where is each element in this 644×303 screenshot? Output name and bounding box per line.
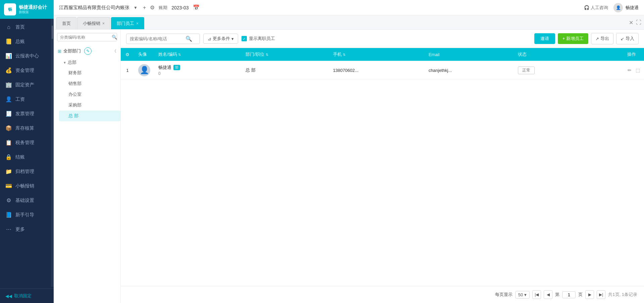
sidebar-item-more[interactable]: ⋯ 更多 bbox=[0, 222, 54, 236]
dept-collapse-button[interactable]: 《 bbox=[112, 48, 116, 54]
tab-expense-label: 小畅报销 bbox=[83, 20, 100, 27]
employee-search-icon[interactable]: 🔍 bbox=[185, 36, 192, 42]
tab-expense[interactable]: 小畅报销 × bbox=[77, 17, 110, 29]
sidebar-item-settings[interactable]: ⚙ 基础设置 bbox=[0, 193, 54, 208]
dept-item-finance[interactable]: 财务部 bbox=[59, 68, 120, 78]
sidebar-item-salary[interactable]: 👤 工资 bbox=[0, 92, 54, 106]
col-action: 操作 bbox=[585, 48, 644, 61]
main-area: 江西服宝精品有限责任公司内账张 ▼ + ⚙ 账期 2023-03 📅 🎧 人工咨… bbox=[54, 0, 644, 303]
tab-home[interactable]: 首页 bbox=[56, 17, 76, 29]
sidebar-item-close[interactable]: 🔒 结账 bbox=[0, 150, 54, 164]
tab-close-all-button[interactable]: ✕ bbox=[629, 19, 633, 26]
show-resigned-checkbox[interactable]: ✓ bbox=[241, 36, 247, 41]
prev-page-button[interactable]: ◀ bbox=[544, 290, 552, 299]
export-button[interactable]: ↗ 导出 bbox=[591, 33, 613, 44]
last-page-button[interactable]: ▶| bbox=[597, 290, 605, 299]
row-actions: ✏ ⬚ bbox=[585, 61, 644, 80]
company-dropdown-icon[interactable]: ▼ bbox=[133, 5, 138, 10]
row-avatar: 👤 bbox=[134, 61, 154, 80]
sidebar-item-label: 税务管理 bbox=[15, 140, 34, 146]
close-month-icon: 🔒 bbox=[5, 154, 12, 160]
employee-search-box[interactable]: 🔍 bbox=[126, 34, 200, 44]
filter-label: 更多条件 bbox=[213, 36, 230, 42]
page-input-field[interactable] bbox=[565, 292, 573, 297]
col-gear[interactable]: ⚙ bbox=[121, 48, 134, 61]
col-dept-position[interactable]: 部门/职位 ⇅ bbox=[241, 48, 329, 61]
sidebar-item-invoice[interactable]: 🧾 发票管理 bbox=[0, 106, 54, 121]
sidebar-item-guide[interactable]: 📘 新手引导 bbox=[0, 208, 54, 222]
sidebar-item-inventory[interactable]: 📦 库存核算 bbox=[0, 121, 54, 135]
right-panel: 🔍 ⊿ 更多条件 ▾ ✓ 显示离职员工 邀请 + 新增员工 ↗ 导出 bbox=[121, 30, 644, 303]
dept-search-input[interactable] bbox=[60, 35, 110, 40]
col-mobile[interactable]: 手机 ⇅ bbox=[329, 48, 425, 61]
tab-expense-close[interactable]: × bbox=[102, 21, 105, 26]
page-number-input[interactable] bbox=[562, 291, 576, 298]
settings-icon: ⚙ bbox=[5, 197, 12, 204]
sidebar-item-expense[interactable]: 💳 小畅报销 bbox=[0, 179, 54, 193]
logo-subtitle: 旗舰版 bbox=[19, 10, 47, 14]
export-icon: ↗ bbox=[595, 36, 599, 41]
filter-button[interactable]: ⊿ 更多条件 ▾ bbox=[203, 34, 238, 44]
per-page-label: 每页显示 bbox=[495, 292, 513, 298]
logo-icon: 畅 bbox=[4, 3, 16, 15]
show-resigned-toggle[interactable]: ✓ 显示离职员工 bbox=[241, 36, 275, 42]
add-company-button[interactable]: + bbox=[143, 5, 146, 11]
calendar-icon[interactable]: 📅 bbox=[193, 4, 200, 11]
row-index: 1 bbox=[121, 61, 134, 80]
headset-icon: 🎧 bbox=[584, 5, 589, 10]
sidebar-scrollbar[interactable] bbox=[51, 19, 54, 287]
next-page-button[interactable]: ▶ bbox=[585, 290, 594, 299]
employee-table-wrapper: ⚙ 头像 姓名/编码 ⇅ 部门/职位 ⇅ 手机 bbox=[121, 48, 644, 286]
dept-edit-button[interactable]: ✎ bbox=[84, 47, 92, 55]
invite-button[interactable]: 邀请 bbox=[534, 33, 555, 44]
dept-all-button[interactable]: ⊞ 全部部门 ✎ 《 bbox=[54, 45, 120, 57]
sort-mobile-icon: ⇅ bbox=[343, 53, 345, 56]
salary-icon: 👤 bbox=[5, 96, 12, 102]
home-icon: ⌂ bbox=[5, 24, 12, 30]
settings-button[interactable]: ⚙ bbox=[150, 4, 155, 11]
sidebar-item-reports[interactable]: 📊 云报表中心 bbox=[0, 49, 54, 63]
logout-employee-button[interactable]: ⬚ bbox=[636, 68, 640, 73]
import-button[interactable]: ↙ 导入 bbox=[616, 33, 639, 44]
dept-item-purchase[interactable]: 采购部 bbox=[59, 100, 120, 111]
tab-bar-controls: ✕ ⛶ bbox=[629, 19, 641, 26]
more-icon: ⋯ bbox=[5, 226, 12, 232]
support-label: 人工咨询 bbox=[591, 5, 608, 11]
col-name-code[interactable]: 姓名/编码 ⇅ bbox=[154, 48, 241, 61]
sidebar-item-capital[interactable]: 💰 资金管理 bbox=[0, 63, 54, 78]
sidebar-item-archive[interactable]: 📁 归档管理 bbox=[0, 164, 54, 179]
top-bar-left: 江西服宝精品有限责任公司内账张 ▼ + ⚙ 账期 2023-03 📅 bbox=[59, 4, 200, 11]
dept-item-general[interactable]: 总 部 bbox=[59, 111, 120, 121]
sidebar-item-tax[interactable]: 📋 税务管理 bbox=[0, 135, 54, 150]
dept-item-sales[interactable]: 销售部 bbox=[59, 78, 120, 89]
left-panel: 🔍 ⊞ 全部部门 ✎ 《 总部 财务部 销售部 办公室 采购部 总 部 bbox=[54, 30, 121, 303]
page-di-label: 第 bbox=[555, 292, 559, 298]
dept-item-office[interactable]: 办公室 bbox=[59, 89, 120, 100]
tab-dept-employee-close[interactable]: × bbox=[136, 21, 139, 26]
employee-code-text: 0 bbox=[158, 71, 237, 76]
first-page-button[interactable]: |◀ bbox=[532, 290, 541, 299]
dept-search-box[interactable]: 🔍 bbox=[57, 33, 117, 41]
sidebar-item-home[interactable]: ⌂ 首页 bbox=[0, 20, 54, 34]
sidebar-item-assets[interactable]: 🏢 固定资产 bbox=[0, 78, 54, 92]
ledger-icon: 📒 bbox=[5, 38, 12, 45]
sort-dept-icon: ⇅ bbox=[266, 53, 268, 56]
row-dept: 总 部 bbox=[241, 61, 329, 80]
tab-maximize-button[interactable]: ⛶ bbox=[636, 19, 641, 26]
import-icon: ↙ bbox=[621, 36, 624, 41]
edit-employee-button[interactable]: ✏ bbox=[628, 68, 632, 73]
support-button[interactable]: 🎧 人工咨询 bbox=[584, 5, 608, 11]
tab-dept-employee[interactable]: 部门员工 × bbox=[111, 17, 144, 29]
employee-search-input[interactable] bbox=[130, 36, 183, 41]
row-email: chanjethkj... bbox=[425, 61, 514, 80]
sidebar-pin-toggle[interactable]: ◀◀ 取消固定 bbox=[0, 289, 54, 303]
user-area[interactable]: 👤 畅捷通 bbox=[613, 3, 639, 12]
user-name: 畅捷通 bbox=[626, 5, 639, 11]
add-employee-button[interactable]: + 新增员工 bbox=[558, 33, 588, 44]
sidebar-item-ledger[interactable]: 📒 总账 bbox=[0, 34, 54, 49]
dept-group-general[interactable]: 总部 bbox=[59, 57, 120, 68]
dept-search-icon[interactable]: 🔍 bbox=[112, 35, 117, 40]
per-page-select[interactable]: 50 ▾ bbox=[515, 291, 530, 299]
sidebar-item-label: 小畅报销 bbox=[15, 183, 34, 189]
col-status: 状态 bbox=[514, 48, 585, 61]
